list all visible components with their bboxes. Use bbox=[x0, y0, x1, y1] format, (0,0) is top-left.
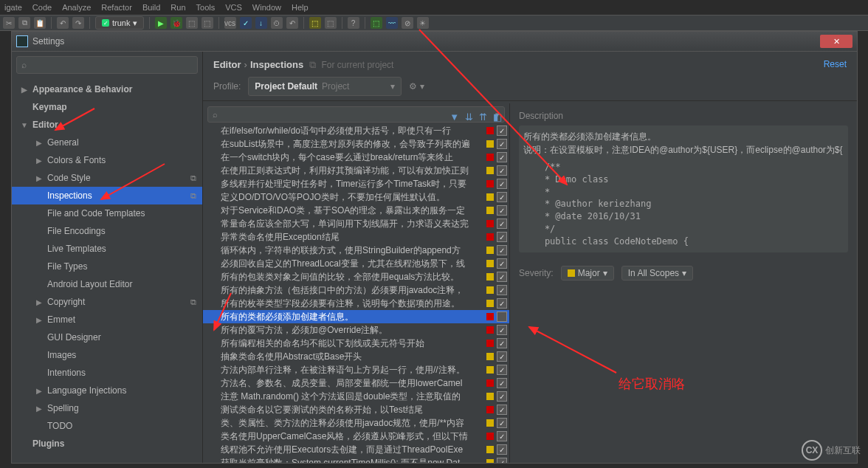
redo-icon[interactable]: ↷ bbox=[72, 17, 84, 29]
tool-icon[interactable]: ? bbox=[348, 17, 359, 29]
vcs-icon[interactable]: vcs bbox=[224, 17, 236, 29]
tool-icon[interactable]: ⊘ bbox=[402, 17, 413, 29]
menu-help[interactable]: Help bbox=[292, 3, 309, 12]
copy-icon[interactable]: ⧉ bbox=[18, 17, 30, 29]
update-icon[interactable]: ↓ bbox=[255, 17, 267, 29]
tool-icon[interactable]: ⬚ bbox=[371, 17, 382, 29]
run-icon[interactable]: ▶ bbox=[155, 17, 167, 29]
commit-icon[interactable]: ✓ bbox=[240, 17, 252, 29]
revert-icon[interactable]: ↶ bbox=[286, 17, 298, 29]
menu-run[interactable]: Run bbox=[170, 3, 185, 12]
menu-refactor[interactable]: Refactor bbox=[101, 3, 132, 12]
menu-igate[interactable]: igate bbox=[4, 3, 22, 12]
branch-selector[interactable]: trunk ▾ bbox=[95, 16, 144, 30]
menu-tools[interactable]: Tools bbox=[196, 3, 216, 12]
history-icon[interactable]: ⏲ bbox=[271, 17, 283, 29]
menu-window[interactable]: Window bbox=[252, 3, 281, 12]
highlighted-tool-icon[interactable]: ⬚ bbox=[309, 17, 321, 29]
tool-icon[interactable]: ⬚ bbox=[325, 17, 337, 29]
menubar: igateCodeAnalyzeRefactorBuildRunToolsVCS… bbox=[0, 0, 868, 15]
menu-build[interactable]: Build bbox=[142, 3, 160, 12]
tool-icon[interactable]: ⬚ bbox=[186, 17, 198, 29]
tool-icon[interactable]: 〰 bbox=[386, 17, 398, 29]
undo-icon[interactable]: ↶ bbox=[57, 17, 69, 29]
cut-icon[interactable]: ✂ bbox=[3, 17, 15, 29]
menu-vcs[interactable]: VCS bbox=[225, 3, 242, 12]
debug-icon[interactable]: 🐞 bbox=[170, 17, 182, 29]
main-toolbar: ✂ ⧉ 📋 ↶ ↷ trunk ▾ ▶ 🐞 ⬚ ⬚ vcs ✓ ↓ ⏲ ↶ ⬚ … bbox=[0, 15, 868, 31]
tool-icon[interactable]: ⬚ bbox=[202, 17, 213, 29]
menu-code[interactable]: Code bbox=[32, 3, 52, 12]
paste-icon[interactable]: 📋 bbox=[34, 17, 46, 29]
tool-icon[interactable]: ☀ bbox=[417, 17, 429, 29]
menu-analyze[interactable]: Analyze bbox=[62, 3, 91, 12]
